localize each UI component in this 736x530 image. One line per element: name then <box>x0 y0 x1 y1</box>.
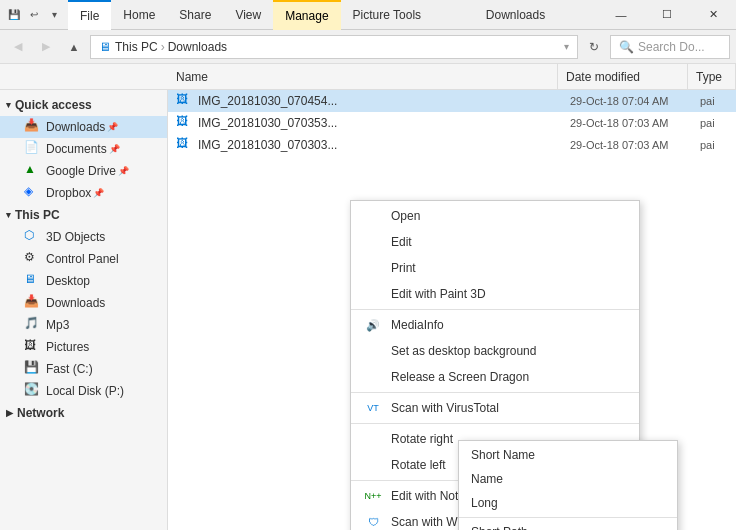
screen-dragon-icon <box>363 367 383 387</box>
ctx-screen-dragon[interactable]: Release a Screen Dragon <box>351 364 639 390</box>
file-name: IMG_20181030_070353... <box>198 116 570 130</box>
ctx-virustotal[interactable]: VT Scan with VirusTotal <box>351 395 639 421</box>
refresh-button[interactable]: ↻ <box>582 35 606 59</box>
ctx-edit[interactable]: Edit <box>351 229 639 255</box>
tab-manage[interactable]: Manage <box>273 0 340 30</box>
sidebar-item-downloads[interactable]: 📥 Downloads <box>0 292 167 314</box>
tab-home[interactable]: Home <box>111 0 167 30</box>
sidebar-desktop-label: Desktop <box>46 274 90 288</box>
tab-view[interactable]: View <box>223 0 273 30</box>
path-dropdown[interactable]: ▾ <box>564 41 569 52</box>
sidebar-3dobjects-label: 3D Objects <box>46 230 105 244</box>
maximize-button[interactable]: ☐ <box>644 0 690 30</box>
notepadpp-icon: N++ <box>363 486 383 506</box>
save-qa-btn[interactable]: 💾 <box>6 7 22 23</box>
minimize-button[interactable]: — <box>598 0 644 30</box>
fastc-icon: 💾 <box>24 360 42 378</box>
path-this-pc[interactable]: This PC <box>115 40 158 54</box>
address-path[interactable]: 🖥 This PC › Downloads ▾ <box>90 35 578 59</box>
col-header-type[interactable]: Type <box>688 64 736 89</box>
ribbon-tabs: File Home Share View Manage Picture Tool… <box>68 0 433 30</box>
sidebar-item-fastc[interactable]: 💾 Fast (C:) <box>0 358 167 380</box>
column-headers: Name Date modified Type <box>0 64 736 90</box>
search-box[interactable]: 🔍 Search Do... <box>610 35 730 59</box>
back-button[interactable]: ◀ <box>6 35 30 59</box>
pathcopy-submenu: Short Name Name Long Short Path Path Lon… <box>458 440 678 530</box>
rotate-right-icon <box>363 429 383 449</box>
file-type: pai <box>700 95 736 107</box>
sidebar-item-localp[interactable]: 💽 Local Disk (P:) <box>0 380 167 402</box>
sidebar-item-mp3[interactable]: 🎵 Mp3 <box>0 314 167 336</box>
table-row[interactable]: 🖼 IMG_20181030_070353... 29-Oct-18 07:03… <box>168 112 736 134</box>
sidebar: ▾ Quick access 📥 Downloads 📌 📄 Documents… <box>0 90 168 530</box>
sidebar-header-network[interactable]: ▶ Network <box>0 402 167 424</box>
ctx-edit-paint[interactable]: Edit with Paint 3D <box>351 281 639 307</box>
table-row[interactable]: 🖼 IMG_20181030_070454... 29-Oct-18 07:04… <box>168 90 736 112</box>
sidebar-item-pictures[interactable]: 🖼 Pictures <box>0 336 167 358</box>
file-date: 29-Oct-18 07:04 AM <box>570 95 700 107</box>
sidebar-header-thispc[interactable]: ▾ This PC <box>0 204 167 226</box>
sub-short-name[interactable]: Short Name <box>459 443 677 467</box>
forward-button[interactable]: ▶ <box>34 35 58 59</box>
path-arrow: › <box>161 40 165 54</box>
up-button[interactable]: ▲ <box>62 35 86 59</box>
quick-access-toolbar: 💾 ↩ ▾ <box>0 7 68 23</box>
mp3-icon: 🎵 <box>24 316 42 334</box>
titlebar: 💾 ↩ ▾ File Home Share View Manage Pictur… <box>0 0 736 30</box>
ctx-print[interactable]: Print <box>351 255 639 281</box>
table-row[interactable]: 🖼 IMG_20181030_070303... 29-Oct-18 07:03… <box>168 134 736 156</box>
sidebar-item-googledrive[interactable]: ▲ Google Drive 📌 <box>0 160 167 182</box>
ctx-sep3 <box>351 423 639 424</box>
sidebar-item-dropbox[interactable]: ◈ Dropbox 📌 <box>0 182 167 204</box>
sub-short-path-label: Short Path <box>471 525 528 530</box>
ctx-open[interactable]: Open <box>351 203 639 229</box>
virustotal-icon: VT <box>363 398 383 418</box>
3dobjects-icon: ⬡ <box>24 228 42 246</box>
sub-long-name[interactable]: Long <box>459 491 677 515</box>
close-button[interactable]: ✕ <box>690 0 736 30</box>
sub-name-label: Name <box>471 472 503 486</box>
ctx-mediainfo[interactable]: 🔊 MediaInfo <box>351 312 639 338</box>
desktop-bg-icon <box>363 341 383 361</box>
col-header-date[interactable]: Date modified <box>558 64 688 89</box>
sidebar-header-quickaccess[interactable]: ▾ Quick access <box>0 94 167 116</box>
sidebar-item-documents[interactable]: 📄 Documents 📌 <box>0 138 167 160</box>
col-header-name[interactable]: Name <box>168 64 558 89</box>
ctx-mediainfo-label: MediaInfo <box>391 318 444 332</box>
controlpanel-icon: ⚙ <box>24 250 42 268</box>
tab-share[interactable]: Share <box>167 0 223 30</box>
ctx-desktop-bg[interactable]: Set as desktop background <box>351 338 639 364</box>
quickaccess-arrow-icon: ▾ <box>6 100 11 110</box>
pictures-icon: 🖼 <box>24 338 42 356</box>
ctx-virustotal-label: Scan with VirusTotal <box>391 401 499 415</box>
open-icon <box>363 206 383 226</box>
file-name: IMG_20181030_070454... <box>198 94 570 108</box>
sidebar-item-downloads-qa[interactable]: 📥 Downloads 📌 <box>0 116 167 138</box>
sidebar-item-controlpanel[interactable]: ⚙ Control Panel <box>0 248 167 270</box>
qa-dropdown-btn[interactable]: ▾ <box>46 7 62 23</box>
thispc-arrow-icon: ▾ <box>6 210 11 220</box>
quickaccess-label: Quick access <box>15 98 92 112</box>
sub-long-name-label: Long <box>471 496 498 510</box>
sidebar-item-3dobjects[interactable]: ⬡ 3D Objects <box>0 226 167 248</box>
path-downloads[interactable]: Downloads <box>168 40 227 54</box>
file-type: pai <box>700 117 736 129</box>
search-icon: 🔍 <box>619 40 634 54</box>
tab-picture-tools[interactable]: Picture Tools <box>341 0 433 30</box>
tab-file[interactable]: File <box>68 0 111 30</box>
sub-short-name-label: Short Name <box>471 448 535 462</box>
window-title: Downloads <box>433 8 598 22</box>
sub-short-path[interactable]: Short Path <box>459 520 677 530</box>
sub-name[interactable]: Name <box>459 467 677 491</box>
sidebar-item-desktop[interactable]: 🖥 Desktop <box>0 270 167 292</box>
folder-icon: 📥 <box>24 118 42 136</box>
ctx-paint3d-label: Edit with Paint 3D <box>391 287 486 301</box>
sidebar-downloads-label: Downloads <box>46 120 105 134</box>
localp-icon: 💽 <box>24 382 42 400</box>
addressbar: ◀ ▶ ▲ 🖥 This PC › Downloads ▾ ↻ 🔍 Search… <box>0 30 736 64</box>
sub-sep1 <box>459 517 677 518</box>
undo-qa-btn[interactable]: ↩ <box>26 7 42 23</box>
documents-icon: 📄 <box>24 140 42 158</box>
network-label: Network <box>17 406 64 420</box>
main-layout: ▾ Quick access 📥 Downloads 📌 📄 Documents… <box>0 90 736 530</box>
